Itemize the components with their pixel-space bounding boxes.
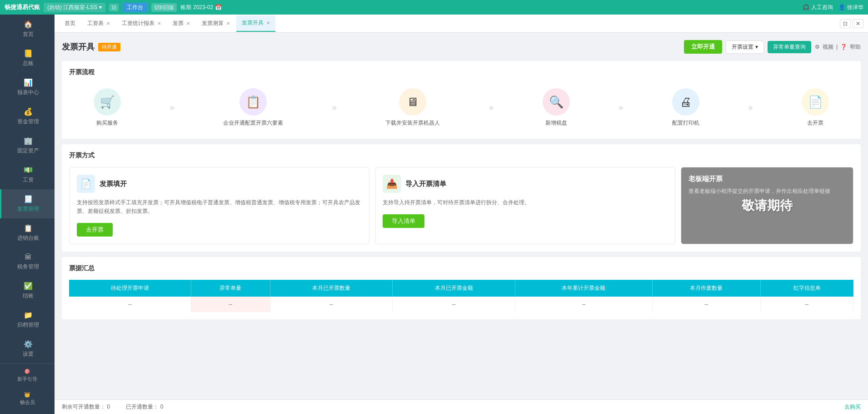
col-pending: 待处理开票申请 — [69, 280, 191, 297]
cell-void-count: -- — [652, 297, 760, 312]
old-card-title: 老板端开票 — [688, 175, 846, 183]
abnormal-query-btn[interactable]: 异常单量查询 — [768, 41, 811, 53]
sidebar-item-salary[interactable]: 💵 工资 — [0, 160, 55, 189]
method-section: 开票方式 📄 发票填开 支持按照发票样式手工填充开发票；可开具增值税电子普通发票… — [62, 144, 861, 252]
sidebar-item-member[interactable]: 👑 畅会员 — [0, 387, 55, 410]
method-section-title: 开票方式 — [69, 151, 853, 160]
flow-step-taxdisk[interactable]: 🔍 新增税盘 — [543, 88, 570, 127]
arrow-2: » — [332, 103, 337, 112]
user-info[interactable]: 👤 徐泽华 — [838, 4, 863, 11]
bottom-bar: 剩余可开通数量： 0 已开通数量： 0 去购买 — [55, 399, 868, 414]
method-cards: 📄 发票填开 支持按照发票样式手工填充开发票；可开具增值税电子普通发票、增值税普… — [69, 167, 853, 244]
member-icon: 👑 — [24, 392, 30, 398]
tab-close-invoice-tool[interactable]: ✕ — [266, 20, 270, 25]
sidebar-pin-btn[interactable]: 📌 取消固定 — [0, 410, 55, 414]
old-version-btn[interactable]: 切到旧版 — [151, 3, 177, 12]
tax-icon: 🏛 — [25, 253, 32, 261]
sidebar-item-home[interactable]: 🏠 首页 — [0, 15, 55, 44]
funds-icon: 💰 — [24, 107, 33, 116]
tab-restore-btn[interactable]: ⊡ — [840, 19, 851, 28]
tab-bar: 首页 工资表 ✕ 工资统计报表 ✕ 发票 ✕ 发票测算 ✕ 发票开具 ✕ — [55, 15, 868, 33]
import-btn[interactable]: 导入清单 — [383, 214, 424, 228]
sidebar-item-tax[interactable]: 🏛 税务管理 — [0, 247, 55, 276]
sidebar-label-salary: 工资 — [23, 176, 34, 184]
col-month-count: 本月已开票数量 — [270, 280, 393, 297]
arrow-5: » — [748, 103, 753, 112]
sidebar-item-archive[interactable]: 📁 归档管理 — [0, 305, 55, 334]
page-header: 发票开具 待开通 立即开通 开票设置 ▾ 异常单量查询 ⚙ 视频 | ❓ — [62, 40, 861, 54]
sidebar-item-reports[interactable]: 📊 报表中心 — [0, 73, 55, 102]
add-taxdisk-label: 新增税盘 — [545, 119, 567, 127]
add-taxdisk-icon: 🔍 — [543, 88, 570, 116]
tab-close-salary-report[interactable]: ✕ — [157, 21, 161, 26]
col-void-count: 本月作废数量 — [652, 280, 760, 297]
sidebar-label-settle: 结账 — [23, 292, 34, 300]
sidebar: 🏠 首页 📒 总账 📊 报表中心 💰 资金管理 🏢 固定资产 💵 工资 🧾 发票… — [0, 15, 55, 414]
tab-close-all-btn[interactable]: ✕ — [853, 19, 863, 28]
sidebar-item-assets[interactable]: 🏢 固定资产 — [0, 131, 55, 160]
sidebar-item-newbie[interactable]: 🎯 新手引导 — [0, 364, 55, 387]
manual-card-icon: 📄 — [77, 175, 95, 193]
page-content: 发票开具 待开通 立即开通 开票设置 ▾ 异常单量查询 ⚙ 视频 | ❓ — [55, 33, 868, 399]
tab-home[interactable]: 首页 — [59, 15, 81, 32]
newbie-icon: 🎯 — [24, 369, 30, 374]
copy-btn[interactable]: ⊡ — [109, 4, 119, 11]
cell-abnormal: -- — [191, 297, 270, 312]
top-bar-right: 🎧 人工咨询 👤 徐泽华 — [803, 4, 863, 11]
buy-link[interactable]: 去购买 — [844, 403, 861, 411]
ledger-icon: 📒 — [24, 49, 33, 58]
flow-step-buy[interactable]: 🛒 购买服务 — [94, 88, 121, 127]
service-btn[interactable]: 🎧 人工咨询 — [803, 4, 833, 11]
old-card-desc: 查看老板端小程序提交的开票申请，并作出相应处理单链接 — [688, 187, 846, 195]
buy-service-label: 购买服务 — [96, 119, 118, 127]
flow-step-printer[interactable]: 🖨 配置打印机 — [672, 88, 699, 127]
manual-open-btn[interactable]: 去开票 — [77, 223, 113, 237]
page-title: 发票开具 — [62, 41, 95, 52]
flow-section-title: 开票流程 — [69, 68, 853, 76]
salary-icon: 💵 — [24, 166, 33, 174]
immediate-open-btn[interactable]: 立即开通 — [684, 40, 722, 54]
col-abnormal: 异常单量 — [191, 280, 270, 297]
top-bar: 畅捷通易代账 (勿动) 江西服室-LSS ▾ ⊡ 工作台 切到旧版 账期 202… — [0, 0, 868, 15]
sidebar-item-ledger[interactable]: 📒 总账 — [0, 44, 55, 73]
sidebar-item-settle[interactable]: ✅ 结账 — [0, 276, 55, 305]
manual-card-desc: 支持按照发票样式手工填充开发票；可开具增值税电子普通发票、增值税普通发票、增值税… — [77, 198, 362, 216]
sidebar-label-assets: 固定资产 — [17, 147, 39, 155]
workspace-btn[interactable]: 工作台 — [122, 3, 148, 12]
import-card-desc: 支持导入待开票清单，可对待开票清单进行拆分、合并处理。 — [383, 198, 668, 207]
flow-step-open[interactable]: 📄 去开票 — [802, 88, 829, 127]
flow-steps: 🛒 购买服务 » 📋 企业开通配置开票六要素 » 🖥 下载并安装开票机器人 » — [69, 84, 853, 131]
tab-close-invoice-list[interactable]: ✕ — [186, 21, 190, 26]
tab-salary-report[interactable]: 工资统计报表 ✕ — [116, 15, 166, 32]
sidebar-item-settings[interactable]: ⚙️ 设置 — [0, 334, 55, 364]
open-settings-btn[interactable]: 开票设置 ▾ — [726, 40, 764, 54]
tab-close-invoice-calc[interactable]: ✕ — [226, 21, 230, 26]
sidebar-label-archive: 归档管理 — [17, 321, 39, 329]
settings-icon: ⚙️ — [24, 340, 33, 348]
arrow-3: » — [489, 103, 494, 112]
method-card-import-header: 📥 导入开票清单 — [383, 175, 668, 193]
download-robot-icon: 🖥 — [399, 88, 426, 116]
arrow-1: » — [170, 103, 174, 112]
flow-step-download[interactable]: 🖥 下载并安装开票机器人 — [385, 88, 440, 127]
tab-salary-table[interactable]: 工资表 ✕ — [82, 15, 115, 32]
home-icon: 🏠 — [24, 20, 33, 29]
cell-pending: -- — [69, 297, 191, 312]
flow-section: 开票流程 🛒 购买服务 » 📋 企业开通配置开票六要素 » 🖥 下载并安装开票机… — [62, 61, 861, 139]
assets-icon: 🏢 — [24, 136, 33, 145]
tab-invoice-tool[interactable]: 发票开具 ✕ — [236, 15, 275, 32]
tab-close-salary-table[interactable]: ✕ — [106, 21, 110, 26]
tab-invoice-calc[interactable]: 发票测算 ✕ — [196, 15, 235, 32]
import-card-title: 导入开票清单 — [405, 180, 446, 188]
company-selector[interactable]: (勿动) 江西服室-LSS ▾ — [44, 3, 105, 12]
sidebar-item-purchase[interactable]: 📋 进销台账 — [0, 218, 55, 247]
sidebar-item-funds[interactable]: 💰 资金管理 — [0, 102, 55, 131]
flow-step-setup[interactable]: 📋 企业开通配置开票六要素 — [223, 88, 283, 127]
method-card-manual-header: 📄 发票填开 — [77, 175, 362, 193]
sidebar-label-purchase: 进销台账 — [17, 234, 39, 242]
tab-invoice-list[interactable]: 发票 ✕ — [167, 15, 195, 32]
manual-card-title: 发票填开 — [100, 180, 127, 188]
sidebar-item-invoice[interactable]: 🧾 发票管理 — [0, 189, 55, 218]
page-title-area: 发票开具 待开通 — [62, 41, 120, 52]
open-invoice-icon: 📄 — [802, 88, 829, 116]
